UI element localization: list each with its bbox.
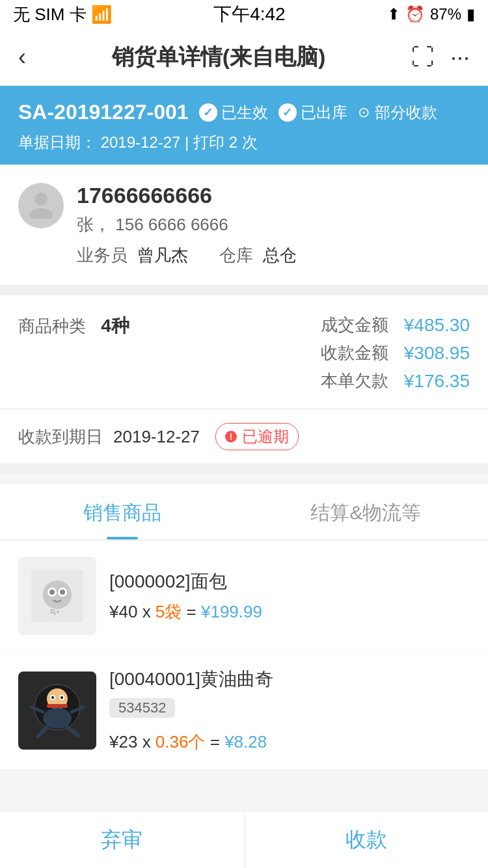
order-date: 2019-12-27 [101, 133, 181, 151]
due-section: 收款到期日 2019-12-27 ! 已逾期 [0, 409, 488, 463]
product-price-1: ¥40 x 5袋 = ¥199.99 [109, 601, 470, 623]
product-name-1: [0000002]面包 [109, 569, 470, 594]
price-base-2: ¥23 [109, 732, 137, 752]
date-label: 单据日期： [18, 133, 96, 151]
amount-label: 成交金额 [321, 314, 388, 336]
price-base-1: ¥40 [109, 602, 137, 621]
warehouse-name: 总仓 [263, 245, 297, 265]
sales-label: 业务员 曾凡杰 [77, 244, 188, 267]
bottom-bar: 弃审 收款 [0, 811, 488, 868]
status-bar: 无 SIM 卡 📶 下午4:42 ⬆ ⏰ 87% ▮ [0, 0, 488, 29]
cancel-button[interactable]: 弃审 [0, 811, 245, 868]
battery-icon: ▮ [467, 5, 475, 23]
back-button[interactable]: ‹ [18, 44, 26, 71]
svg-point-17 [51, 696, 54, 699]
tab-sales-label: 销售商品 [83, 502, 161, 523]
badge-partial: ⊙ 部分收款 [358, 102, 437, 123]
amount-value: ¥485.30 [404, 315, 470, 336]
tab-sales[interactable]: 销售商品 [0, 484, 244, 539]
customer-section: 17666666666 张， 156 6666 6666 业务员 曾凡杰 仓库 … [0, 165, 488, 285]
svg-point-7 [60, 590, 65, 595]
received-row: 收款金额 ¥308.95 [321, 342, 470, 364]
customer-meta: 业务员 曾凡杰 仓库 总仓 [77, 244, 470, 267]
category-value: 4种 [101, 316, 129, 336]
confirm-button[interactable]: 收款 [245, 811, 489, 868]
due-date: 2019-12-27 [113, 427, 200, 447]
tab-settlement[interactable]: 结算&物流等 [244, 484, 488, 539]
customer-id: 17666666666 [77, 183, 470, 208]
print-separator: | [185, 133, 193, 151]
check-icon-activated: ✓ [199, 103, 217, 122]
svg-text:鸟+: 鸟+ [49, 608, 60, 616]
product-price-2: ¥23 x 0.36个 = ¥8.28 [109, 731, 470, 753]
table-row: 鸟+ [0000002]面包 ¥40 x 5袋 = ¥199.99 [0, 541, 488, 651]
table-row: [00040001]黄油曲奇 534532 ¥23 x 0.36个 = ¥8.2… [0, 651, 488, 770]
customer-phone-number: 156 6666 6666 [115, 215, 228, 234]
products-section: 鸟+ [0000002]面包 ¥40 x 5袋 = ¥199.99 [0, 541, 488, 770]
badge-shipped-label: 已出库 [301, 102, 347, 123]
status-time: 下午4:42 [213, 2, 286, 27]
product-name-2: [00040001]黄油曲奇 [109, 667, 470, 692]
divider-2 [0, 463, 488, 474]
product-info-2: [00040001]黄油曲奇 534532 ¥23 x 0.36个 = ¥8.2… [109, 667, 470, 753]
status-right: ⬆ ⏰ 87% ▮ [387, 5, 475, 23]
nav-actions: ⛶ ··· [411, 44, 470, 71]
overdue-badge: ! 已逾期 [215, 423, 299, 450]
svg-point-6 [49, 590, 55, 595]
svg-point-3 [43, 580, 72, 609]
due-label: 收款到期日 [18, 426, 103, 448]
page-title: 销货单详情(来自电脑) [112, 42, 326, 72]
status-left: 无 SIM 卡 📶 [13, 3, 112, 26]
divider-1 [0, 285, 488, 295]
location-icon: ⬆ [387, 5, 400, 23]
svg-point-1 [29, 208, 53, 219]
more-icon[interactable]: ··· [450, 44, 470, 71]
price-qty-1: 5袋 [156, 602, 182, 621]
debt-row: 本单欠款 ¥176.35 [321, 370, 470, 392]
price-total-1: ¥199.99 [201, 602, 262, 621]
received-value: ¥308.95 [404, 343, 470, 364]
svg-point-0 [34, 193, 47, 206]
price-total-2: ¥8.28 [224, 732, 267, 752]
nav-bar: ‹ 销货单详情(来自电脑) ⛶ ··· [0, 29, 488, 86]
received-label: 收款金额 [321, 342, 388, 364]
badge-shipped: ✓ 已出库 [278, 102, 347, 123]
tabs-section: 销售商品 结算&物流等 [0, 484, 488, 540]
order-id: SA-20191227-001 [18, 100, 189, 124]
category-item: 商品种类 4种 [18, 314, 129, 338]
clock-icon: ⊙ [358, 104, 370, 121]
banner-top: SA-20191227-001 ✓ 已生效 ✓ 已出库 ⊙ 部分收款 [18, 100, 470, 124]
badge-partial-label: 部分收款 [375, 102, 437, 123]
product-thumbnail-2 [18, 671, 96, 750]
header-banner: SA-20191227-001 ✓ 已生效 ✓ 已出库 ⊙ 部分收款 单据日期：… [0, 86, 488, 165]
print-info: 打印 2 次 [193, 133, 258, 151]
stats-section: 商品种类 4种 成交金额 ¥485.30 收款金额 ¥308.95 本单欠款 ¥… [0, 295, 488, 408]
sales-name: 曾凡杰 [137, 245, 188, 265]
customer-info: 17666666666 张， 156 6666 6666 业务员 曾凡杰 仓库 … [77, 183, 470, 267]
stats-left: 商品种类 4种 [18, 314, 129, 342]
badge-activated-label: 已生效 [221, 102, 268, 123]
avatar-icon [25, 187, 57, 224]
product-badge-2: 534532 [109, 698, 175, 718]
amount-row: 成交金额 ¥485.30 [321, 314, 470, 336]
svg-rect-13 [47, 704, 68, 708]
cancel-label: 弃审 [101, 826, 142, 854]
product-thumbnail-1: 鸟+ [18, 557, 96, 635]
debt-label: 本单欠款 [321, 370, 388, 392]
overdue-icon: ! [225, 431, 237, 442]
warehouse-label: 仓库 总仓 [219, 244, 297, 267]
confirm-label: 收款 [346, 826, 387, 854]
battery-level: 87% [430, 5, 461, 23]
tab-settlement-label: 结算&物流等 [310, 502, 421, 523]
stats-right: 成交金额 ¥485.30 收款金额 ¥308.95 本单欠款 ¥176.35 [321, 314, 470, 392]
badge-activated: ✓ 已生效 [199, 102, 268, 123]
overdue-text: 已逾期 [242, 426, 289, 447]
product-info-1: [0000002]面包 ¥40 x 5袋 = ¥199.99 [109, 569, 470, 623]
customer-name-phone: 张， 156 6666 6666 [77, 213, 470, 236]
avatar [18, 183, 64, 228]
share-icon[interactable]: ⛶ [411, 44, 435, 71]
price-qty-2: 0.36个 [156, 732, 206, 752]
banner-bottom: 单据日期： 2019-12-27 | 打印 2 次 [18, 132, 470, 153]
stats-row: 商品种类 4种 成交金额 ¥485.30 收款金额 ¥308.95 本单欠款 ¥… [18, 314, 470, 392]
svg-point-18 [61, 696, 63, 699]
